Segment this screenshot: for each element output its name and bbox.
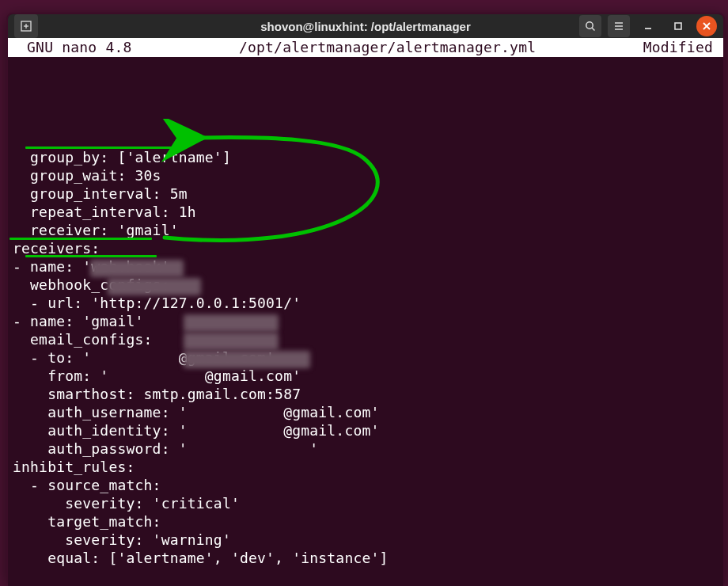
editor-line: severity: 'warning' bbox=[13, 531, 719, 549]
nano-app-name: GNU nano 4.8 bbox=[9, 38, 132, 57]
editor-line: receiver: 'gmail' bbox=[13, 221, 719, 239]
editor-line: auth_password: ' ' bbox=[13, 440, 719, 458]
maximize-button[interactable] bbox=[666, 14, 690, 38]
redaction bbox=[184, 351, 310, 368]
terminal-body[interactable]: GNU nano 4.8 /opt/alertmanager/alertmana… bbox=[8, 38, 723, 586]
nano-file-path: /opt/alertmanager/alertmanager.yml bbox=[239, 38, 536, 57]
editor-line: - source_match: bbox=[13, 476, 719, 494]
editor-line: email_configs: bbox=[13, 330, 719, 348]
search-button[interactable] bbox=[579, 15, 601, 37]
redaction bbox=[90, 260, 184, 277]
editor-content[interactable]: group_by: ['alertname'] group_wait: 30s … bbox=[8, 57, 723, 586]
editor-line: inhibit_rules: bbox=[13, 458, 719, 476]
editor-line: target_match: bbox=[13, 512, 719, 531]
annotation-underline bbox=[9, 238, 152, 240]
editor-line: group_wait: 30s bbox=[13, 166, 719, 185]
editor-line: auth_identity: ' @gmail.com' bbox=[13, 421, 719, 440]
titlebar: shovon@linuxhint: /opt/alertmanager bbox=[8, 14, 723, 38]
nano-status: Modified bbox=[643, 38, 722, 57]
annotation-underline bbox=[25, 146, 184, 149]
editor-line: from: ' @gmail.com' bbox=[13, 367, 719, 385]
svg-line-4 bbox=[592, 28, 594, 30]
redaction bbox=[184, 314, 279, 332]
annotation-underline bbox=[25, 255, 157, 257]
editor-line: severity: 'critical' bbox=[13, 494, 719, 512]
minimize-button[interactable] bbox=[636, 14, 660, 38]
new-tab-button[interactable] bbox=[14, 14, 38, 38]
editor-line: group_by: ['alertname'] bbox=[13, 148, 719, 166]
editor-line: smarthost: smtp.gmail.com:587 bbox=[13, 385, 719, 403]
terminal-window: shovon@linuxhint: /opt/alertmanager GNU … bbox=[6, 13, 725, 583]
svg-rect-9 bbox=[675, 23, 681, 29]
redaction bbox=[184, 333, 279, 350]
close-button[interactable] bbox=[696, 16, 717, 36]
nano-header: GNU nano 4.8 /opt/alertmanager/alertmana… bbox=[8, 38, 723, 57]
menu-button[interactable] bbox=[608, 15, 630, 37]
editor-line: equal: ['alertname', 'dev', 'instance'] bbox=[13, 549, 719, 567]
editor-line: group_interval: 5m bbox=[13, 185, 719, 203]
editor-line: - name: 'gmail' bbox=[13, 312, 719, 330]
editor-line: auth_username: ' @gmail.com' bbox=[13, 403, 719, 421]
redaction bbox=[108, 278, 201, 295]
svg-point-3 bbox=[586, 22, 593, 29]
editor-line: repeat_interval: 1h bbox=[13, 203, 719, 221]
editor-line: - to: ' @gmail.com' bbox=[13, 348, 719, 367]
editor-line: - url: 'http://127.0.0.1:5001/' bbox=[13, 294, 719, 312]
